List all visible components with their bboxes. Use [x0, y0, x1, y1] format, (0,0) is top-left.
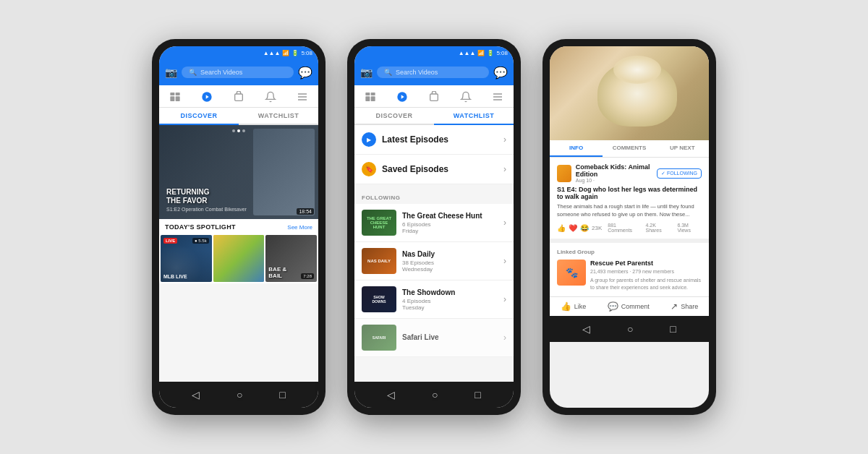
svg-rect-10	[365, 93, 370, 95]
back-btn-2[interactable]: ◁	[387, 389, 395, 401]
show-title-nas: Nas Daily	[402, 250, 498, 258]
spotlight-grid-1: LIVE ● 5.5k MLB LIVE BAE &BAIL 7:28	[159, 234, 318, 283]
show-meta-showdown: 4 Episodes Tuesday	[402, 298, 498, 311]
nav-shop-1[interactable]	[229, 91, 249, 104]
recent-btn-1[interactable]: □	[279, 389, 285, 401]
info-tab-upnext[interactable]: UP NEXT	[656, 140, 709, 157]
share-button[interactable]: ↗ Share	[671, 301, 698, 312]
watchlist-content: ▶ Latest Episodes › 🔖 Saved Episodes › F…	[354, 125, 514, 382]
phone-discover: ▲▲▲ 📶 🔋 5:08 📷 🔍 Search Videos 💬	[152, 39, 326, 415]
like-button[interactable]: 👍 Like	[561, 301, 587, 312]
messenger-icon-2[interactable]: 💬	[493, 66, 508, 80]
hero-subtitle-1: S1:E2 Operation Combat Bikesaver	[166, 207, 247, 212]
chevron-nas: ›	[503, 256, 506, 266]
following-label: FOLLOWING	[667, 171, 697, 176]
spotlight-item-baseball[interactable]: LIVE ● 5.5k MLB LIVE	[161, 235, 212, 282]
phone-detail: INFO COMMENTS UP NEXT Comeback Kids: Ani…	[542, 39, 716, 415]
dot-3	[242, 129, 245, 132]
back-btn-3[interactable]: ◁	[582, 323, 590, 335]
home-btn-1[interactable]: ○	[237, 389, 242, 401]
nav-menu-1[interactable]	[292, 91, 312, 104]
show-item-nas[interactable]: NAS DAILY Nas Daily 38 Episodes Wednesda…	[354, 242, 514, 280]
show-info-nas: Nas Daily 38 Episodes Wednesday	[402, 250, 498, 273]
search-input-2[interactable]: 🔍 Search Videos	[377, 67, 489, 78]
bookmark-icon-saved: 🔖	[362, 162, 376, 176]
group-name: Rescue Pet Parentst	[590, 260, 702, 267]
latest-episodes-row[interactable]: ▶ Latest Episodes ›	[354, 125, 514, 155]
see-more-btn-1[interactable]: See More	[287, 224, 312, 231]
nav-tabs-2	[354, 85, 514, 108]
share-icon: ↗	[671, 301, 678, 312]
show-avatar	[557, 165, 571, 182]
info-tab-comments[interactable]: COMMENTS	[603, 140, 655, 157]
search-placeholder-2: Search Videos	[396, 69, 438, 76]
show-item-showdown[interactable]: SHOWDOWNS The Showdown 4 Episodes Tuesda…	[354, 280, 514, 319]
reactions-row: 👍 ❤️ 😂 23K 881 Comments 4.2K Shares 6.3M…	[557, 223, 702, 233]
share-label: Share	[681, 303, 698, 310]
group-thumb: 🐾	[557, 260, 586, 286]
linked-group-section: Linked Group 🐾 Rescue Pet Parentst 21,49…	[550, 243, 709, 296]
recent-btn-3[interactable]: □	[670, 323, 676, 335]
comments-count: 881 Comments	[608, 223, 639, 233]
spotlight-item-reaction[interactable]: BAE &BAIL 7:28	[265, 235, 317, 282]
signal-icon: ▲▲▲	[263, 50, 281, 56]
tab-discover-2[interactable]: DISCOVER	[354, 108, 434, 124]
home-btn-2[interactable]: ○	[432, 389, 438, 401]
home-btn-3[interactable]: ○	[627, 323, 633, 335]
time-display-1: 5:08	[301, 50, 312, 56]
latest-left: ▶ Latest Episodes	[362, 132, 448, 147]
nav-home-1[interactable]	[165, 91, 185, 104]
discover-content: RETURNING THE FAVOR S1:E2 Operation Comb…	[159, 125, 318, 382]
messenger-icon-1[interactable]: 💬	[298, 66, 312, 80]
tab-watchlist-1[interactable]: WATCHLIST	[239, 108, 318, 124]
back-btn-1[interactable]: ◁	[192, 389, 200, 401]
hero-video-1[interactable]: RETURNING THE FAVOR S1:E2 Operation Comb…	[159, 125, 318, 219]
like-emoji: 👍	[557, 224, 566, 232]
spotlight-item-colorful[interactable]	[213, 235, 265, 282]
video-dog-image[interactable]	[550, 46, 709, 140]
svg-rect-3	[176, 96, 180, 101]
play-icon-latest: ▶	[362, 132, 376, 147]
phone-nav-2: ◁ ○ □	[354, 382, 514, 408]
nav-video-1[interactable]	[197, 91, 217, 104]
camera-icon-2[interactable]: 📷	[360, 67, 373, 78]
show-item-safari[interactable]: SAFARI Safari Live ›	[354, 319, 514, 357]
show-info-cheese: The Great Cheese Hunt 6 Episodes Friday	[402, 212, 498, 234]
search-input-1[interactable]: 🔍 Search Videos	[182, 67, 294, 78]
show-item-cheese[interactable]: THE GREATCHEESEHUNT The Great Cheese Hun…	[354, 204, 514, 242]
shares-count: 4.2K Shares	[645, 223, 671, 233]
show-thumb-nas: NAS DAILY	[362, 248, 396, 274]
nav-menu-2[interactable]	[488, 91, 508, 104]
nav-bell-1[interactable]	[260, 91, 281, 104]
comment-button[interactable]: 💬 Comment	[608, 301, 650, 312]
show-info-showdown: The Showdown 4 Episodes Tuesday	[402, 288, 498, 311]
svg-rect-16	[430, 94, 438, 100]
phone-nav-3: ◁ ○ □	[550, 316, 709, 342]
main-scene: ▲▲▲ 📶 🔋 5:08 📷 🔍 Search Videos 💬	[0, 0, 868, 454]
group-card[interactable]: 🐾 Rescue Pet Parentst 21,493 members · 2…	[557, 260, 702, 291]
status-bar-1: ▲▲▲ 📶 🔋 5:08	[159, 46, 318, 59]
nav-video-2[interactable]	[392, 91, 412, 104]
nav-bell-2[interactable]	[456, 91, 476, 104]
nav-shop-2[interactable]	[424, 91, 444, 104]
group-desc: A group for parents of shelter and rescu…	[590, 277, 702, 291]
recent-btn-2[interactable]: □	[475, 389, 480, 401]
camera-icon-1[interactable]: 📷	[165, 67, 177, 78]
info-tab-info[interactable]: INFO	[550, 140, 603, 157]
tab-discover-1[interactable]: DISCOVER	[159, 108, 239, 125]
action-bar-3: 👍 Like 💬 Comment ↗ Share	[550, 296, 709, 316]
following-button[interactable]: ✓ FOLLOWING	[657, 168, 702, 179]
svg-rect-0	[170, 93, 174, 95]
saved-episodes-row[interactable]: 🔖 Saved Episodes ›	[354, 155, 514, 184]
check-icon: ✓	[661, 171, 665, 176]
group-info: Rescue Pet Parentst 21,493 members · 279…	[590, 260, 702, 291]
show-thumb-cheese: THE GREATCHEESEHUNT	[362, 210, 396, 236]
nas-thumb-img: NAS DAILY	[362, 248, 396, 274]
nav-home-2[interactable]	[360, 91, 380, 104]
like-label: Like	[574, 303, 587, 310]
hero-title-1: RETURNING THE FAVOR	[166, 188, 247, 205]
show-info-safari: Safari Live	[402, 333, 498, 343]
linked-group-label: Linked Group	[557, 249, 702, 255]
reaction-count: 23K	[592, 225, 602, 231]
tab-watchlist-2[interactable]: WATCHLIST	[434, 108, 514, 125]
